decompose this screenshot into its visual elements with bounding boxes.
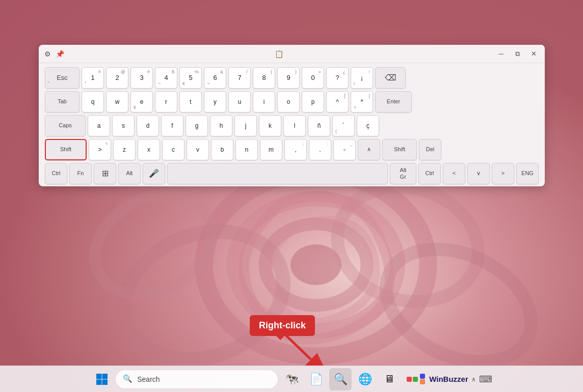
key-7[interactable]: /7	[228, 67, 251, 89]
key-del[interactable]: Del	[419, 139, 441, 160]
key-t[interactable]: t	[179, 91, 202, 113]
restore-button[interactable]: ⧉	[510, 47, 524, 61]
key-up[interactable]: ∧	[358, 139, 380, 160]
key-backspace[interactable]: ⌫	[375, 67, 406, 89]
key-s[interactable]: s	[112, 115, 135, 136]
key-g[interactable]: g	[186, 115, 208, 136]
key-r[interactable]: r	[155, 91, 177, 113]
key-w[interactable]: w	[106, 91, 128, 113]
key-6[interactable]: &6¬	[204, 67, 226, 89]
winbuzzer-text: WinBuzzer	[429, 375, 468, 383]
key-asterisk[interactable]: ]*+	[351, 91, 373, 113]
key-v[interactable]: v	[187, 139, 209, 160]
key-l[interactable]: l	[283, 115, 306, 136]
key-shift-right[interactable]: Shift	[382, 139, 417, 160]
key-x[interactable]: x	[138, 139, 160, 160]
key-minus[interactable]: _-	[333, 139, 356, 160]
key-k[interactable]: k	[259, 115, 281, 136]
key-shift-left[interactable]: Shift	[45, 139, 87, 160]
titlebar-center: 📋	[275, 50, 283, 58]
taskbar-app-edge[interactable]: 🌐	[354, 368, 376, 390]
key-row-shift: Shift <> z x c v b n m ;, :. _- ∧ Shift …	[45, 139, 539, 160]
close-button[interactable]: ✕	[526, 47, 541, 61]
key-2[interactable]: @2	[106, 67, 128, 89]
chevron-up-icon[interactable]: ∧	[471, 376, 476, 383]
taskbar-app-animal[interactable]: 🐄	[280, 368, 303, 390]
key-n[interactable]: n	[235, 139, 258, 160]
taskbar-app-settings[interactable]: 🖥	[378, 368, 401, 390]
key-m[interactable]: m	[260, 139, 282, 160]
edge-icon: 🌐	[358, 373, 372, 386]
key-left[interactable]: <	[443, 163, 465, 184]
svg-rect-11	[96, 374, 102, 379]
key-i[interactable]: i	[253, 91, 275, 113]
key-ccedilla[interactable]: ç	[357, 115, 379, 136]
key-comma[interactable]: ;,	[284, 139, 307, 160]
key-4[interactable]: $4~	[155, 67, 177, 89]
key-acute[interactable]: ¨´(	[332, 115, 355, 136]
key-caret[interactable]: [^	[326, 91, 349, 113]
key-caps[interactable]: Caps	[45, 115, 86, 136]
key-a[interactable]: a	[88, 115, 110, 136]
key-tab[interactable]: Tab	[45, 91, 80, 113]
key-d[interactable]: d	[137, 115, 159, 136]
key-period[interactable]: :.	[309, 139, 331, 160]
files-icon: 📄	[309, 373, 323, 386]
key-eng[interactable]: ENG	[516, 163, 539, 184]
key-p[interactable]: p	[302, 91, 324, 113]
key-row-qwerty: Tab q w €e r t y u i o p [^ ]*+ Enter	[45, 91, 539, 113]
key-ctrl-left[interactable]: Ctrl	[45, 163, 67, 184]
key-mic[interactable]: 🎤	[143, 163, 165, 184]
key-alt[interactable]: Alt	[118, 163, 141, 184]
key-space[interactable]	[167, 163, 388, 184]
key-e[interactable]: €e	[130, 91, 153, 113]
key-exclaim[interactable]: !¡i	[351, 67, 373, 89]
key-f[interactable]: f	[161, 115, 183, 136]
taskbar-app-search[interactable]: 🔍	[329, 368, 352, 390]
keyboard-toggle-icon[interactable]: ⌨	[479, 374, 492, 385]
key-enter[interactable]: Enter	[375, 91, 412, 113]
key-esc[interactable]: Esc°	[45, 67, 80, 89]
key-o[interactable]: o	[277, 91, 300, 113]
key-u[interactable]: u	[228, 91, 251, 113]
key-row-bottom: Ctrl Fn ⊞ Alt 🎤 AltGr Ctrl < ∨ > ENG	[45, 163, 539, 184]
key-y[interactable]: y	[204, 91, 226, 113]
key-altgr[interactable]: AltGr	[390, 163, 416, 184]
key-fn[interactable]: Fn	[69, 163, 92, 184]
key-ntilde[interactable]: ñ	[308, 115, 330, 136]
minimize-button[interactable]: ─	[494, 47, 508, 61]
key-9[interactable]: )9	[277, 67, 300, 89]
pin-icon[interactable]: 📌	[55, 49, 64, 59]
key-question[interactable]: ¿?	[326, 67, 349, 89]
taskbar-right-area: WinBuzzer ∧ ⌨	[407, 374, 492, 385]
winbuzzer-logo: WinBuzzer	[407, 374, 468, 384]
key-8[interactable]: (8	[253, 67, 275, 89]
key-j[interactable]: j	[234, 115, 257, 136]
svg-rect-13	[96, 379, 102, 385]
key-3[interactable]: #3	[130, 67, 153, 89]
key-0[interactable]: =0	[302, 67, 324, 89]
key-ctrl-right[interactable]: Ctrl	[418, 163, 441, 184]
key-b[interactable]: b	[211, 139, 233, 160]
key-1[interactable]: #1°	[82, 67, 104, 89]
start-button[interactable]	[91, 368, 113, 390]
wb-square-1	[407, 377, 412, 382]
settings-icon[interactable]: ⚙	[43, 49, 52, 59]
taskbar-items: 🔍 Search 🐄 📄 🔍 🌐 🖥	[91, 368, 492, 390]
search-icon: 🔍	[123, 374, 133, 384]
key-angle[interactable]: <>	[89, 139, 111, 160]
key-right[interactable]: >	[492, 163, 514, 184]
key-c[interactable]: c	[162, 139, 184, 160]
search-bar[interactable]: 🔍 Search	[115, 370, 278, 389]
key-z[interactable]: z	[113, 139, 136, 160]
key-h[interactable]: h	[210, 115, 232, 136]
svg-rect-12	[102, 374, 108, 379]
titlebar-left-icons: ⚙ 📌	[43, 49, 64, 59]
settings-app-icon: 🖥	[384, 373, 394, 385]
key-5[interactable]: %5€	[179, 67, 202, 89]
keyboard-body: Esc° #1° @2 #3 $4~ %5€ &6¬ /7 (8 )9 =0 ¿…	[39, 63, 545, 186]
key-down[interactable]: ∨	[467, 163, 490, 184]
taskbar-app-files[interactable]: 📄	[305, 368, 327, 390]
key-q[interactable]: q	[82, 91, 104, 113]
key-windows[interactable]: ⊞	[94, 163, 116, 184]
